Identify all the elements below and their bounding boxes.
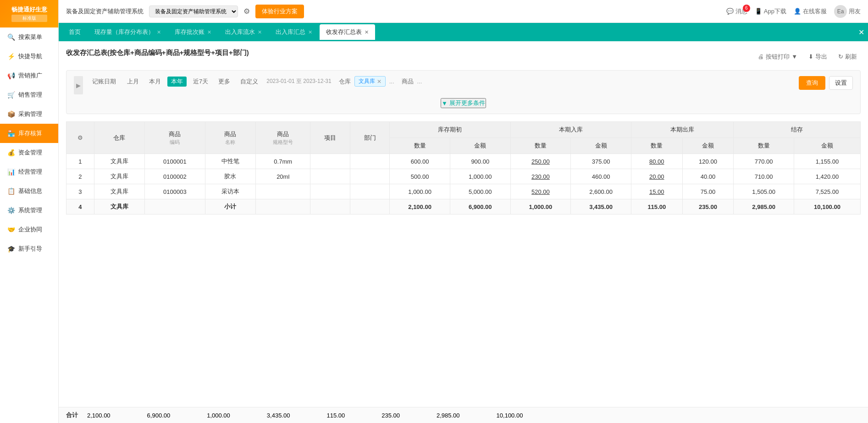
tab-inout-summary-close[interactable]: ✕ bbox=[308, 29, 312, 35]
cell-dept bbox=[350, 184, 389, 199]
sidebar-item-operations[interactable]: 📊 经营管理 bbox=[0, 162, 58, 181]
date-this-year[interactable]: 本年 bbox=[167, 77, 187, 87]
cell-code: 0100002 bbox=[144, 169, 205, 184]
enterprise-icon: 🤝 bbox=[7, 226, 15, 233]
out-qty-link[interactable]: 20.00 bbox=[649, 173, 664, 180]
warehouse-more[interactable]: ... bbox=[389, 78, 394, 85]
date-more[interactable]: 更多 bbox=[215, 77, 234, 87]
cell-in-qty[interactable]: 230.00 bbox=[510, 169, 571, 184]
logo-text: 畅捷通好生意 bbox=[11, 5, 47, 14]
cell-in-qty[interactable]: 520.00 bbox=[510, 184, 571, 199]
th-name: 商品名称 bbox=[205, 122, 255, 154]
tab-inout-flow-close[interactable]: ✕ bbox=[258, 29, 262, 35]
th-opening-qty: 数量 bbox=[390, 138, 450, 154]
sidebar-item-sales[interactable]: 🛒 销售管理 bbox=[0, 85, 58, 104]
sidebar-item-finance[interactable]: 💰 资金管理 bbox=[0, 143, 58, 162]
experience-btn[interactable]: 体验行业方案 bbox=[255, 5, 304, 18]
sidebar-item-inventory[interactable]: 🏪 库存核算 bbox=[0, 124, 58, 143]
total-out-amt: 235.00 bbox=[381, 412, 400, 419]
sidebar-item-enterprise[interactable]: 🤝 企业协同 bbox=[0, 220, 58, 239]
warehouse-filter: 仓库 文具库 ✕ ... bbox=[339, 76, 394, 87]
cell-project bbox=[310, 169, 350, 184]
cell-spec: 0.7mm bbox=[255, 154, 310, 169]
tab-stock-dist-close[interactable]: ✕ bbox=[157, 29, 161, 35]
tab-batch-close[interactable]: ✕ bbox=[207, 29, 211, 35]
sidebar-item-marketing[interactable]: 📢 营销推广 bbox=[0, 66, 58, 85]
sidebar-item-guide[interactable]: 🎓 新手引导 bbox=[0, 239, 58, 258]
cell-opening-amt: 900.00 bbox=[450, 154, 510, 169]
close-all-tabs[interactable]: ✕ bbox=[858, 28, 864, 37]
print-dropdown-icon: ▼ bbox=[791, 53, 797, 60]
sidebar-label-inventory: 库存核算 bbox=[18, 129, 42, 137]
date-7days[interactable]: 近7天 bbox=[189, 77, 212, 87]
quick-nav-icon: ⚡ bbox=[7, 53, 15, 60]
th-warehouse: 仓库 bbox=[94, 122, 144, 154]
in-qty-link[interactable]: 520.00 bbox=[531, 188, 550, 195]
cell-code bbox=[144, 199, 205, 214]
sidebar-item-search[interactable]: 🔍 搜索菜单 bbox=[0, 27, 58, 47]
cell-no: 1 bbox=[66, 154, 94, 169]
table-row: 4文具库小计2,100.006,900.001,000.003,435.0011… bbox=[66, 199, 861, 214]
th-out-qty: 数量 bbox=[631, 138, 682, 154]
th-opening-amt: 金额 bbox=[450, 138, 510, 154]
sidebar-label-system: 系统管理 bbox=[18, 206, 42, 214]
total-opening-amt: 6,900.00 bbox=[147, 412, 171, 419]
tab-stock-dist[interactable]: 现存量（库存分布表） ✕ bbox=[88, 24, 167, 40]
warehouse-tag[interactable]: 文具库 ✕ bbox=[354, 76, 386, 87]
query-btn[interactable]: 查询 bbox=[799, 76, 825, 90]
table-row: 2文具库0100002胶水20ml500.001,000.00230.00460… bbox=[66, 169, 861, 184]
in-qty-link[interactable]: 250.00 bbox=[531, 158, 550, 165]
refresh-btn[interactable]: ↻ 刷新 bbox=[835, 51, 861, 63]
tab-home[interactable]: 首页 bbox=[62, 24, 87, 40]
out-qty-link[interactable]: 80.00 bbox=[649, 158, 664, 165]
sidebar-item-purchase[interactable]: 📦 采购管理 bbox=[0, 104, 58, 124]
date-this-month[interactable]: 本月 bbox=[145, 77, 165, 87]
message-badge[interactable]: 💬 消息 6 bbox=[726, 7, 747, 16]
out-qty-link[interactable]: 15.00 bbox=[649, 188, 664, 195]
online-service[interactable]: 👤 在线客服 bbox=[794, 7, 827, 16]
export-btn[interactable]: ⬇ 导出 bbox=[805, 51, 831, 63]
settings-gear-icon[interactable]: ⚙ bbox=[243, 7, 250, 16]
cell-out-amt: 75.00 bbox=[682, 184, 734, 199]
app-download[interactable]: 📱 App下载 bbox=[755, 7, 786, 16]
collapse-btn[interactable]: ▶ bbox=[74, 76, 83, 94]
cell-warehouse: 文具库 bbox=[94, 199, 144, 214]
table-settings-icon[interactable]: ⚙ bbox=[77, 134, 83, 141]
sidebar-item-basic[interactable]: 📋 基础信息 bbox=[0, 181, 58, 201]
cell-opening-qty: 500.00 bbox=[390, 169, 450, 184]
tab-receive-summary-close[interactable]: ✕ bbox=[365, 29, 369, 35]
date-last-month[interactable]: 上月 bbox=[123, 77, 143, 87]
sidebar-label-sales: 销售管理 bbox=[18, 91, 42, 99]
warehouse-tag-remove[interactable]: ✕ bbox=[377, 78, 381, 85]
tab-inout-summary[interactable]: 出入库汇总 ✕ bbox=[269, 24, 319, 40]
cell-out-qty[interactable]: 80.00 bbox=[631, 154, 682, 169]
tab-receive-summary-label: 收发存汇总表 bbox=[326, 28, 362, 36]
online-service-label: 在线客服 bbox=[803, 7, 827, 16]
print-btn[interactable]: 🖨 按钮打印 ▼ bbox=[754, 51, 801, 63]
cell-out-qty[interactable]: 15.00 bbox=[631, 184, 682, 199]
system-selector[interactable]: 装备及固定资产辅助管理系统 bbox=[149, 5, 238, 17]
goods-more[interactable]: ... bbox=[417, 78, 422, 85]
cell-project bbox=[310, 199, 350, 214]
date-custom[interactable]: 自定义 bbox=[237, 77, 262, 87]
sidebar-item-system[interactable]: ⚙️ 系统管理 bbox=[0, 201, 58, 220]
tab-receive-summary[interactable]: 收发存汇总表 ✕ bbox=[320, 24, 375, 40]
in-qty-link[interactable]: 230.00 bbox=[531, 173, 550, 180]
page-title: 收发存汇总表(按仓库+商品编码+商品+规格型号+项目+部门) bbox=[66, 49, 249, 57]
sidebar-item-quick-nav[interactable]: ⚡ 快捷导航 bbox=[0, 47, 58, 66]
filter-settings-btn[interactable]: 设置 bbox=[829, 76, 853, 90]
tab-batch[interactable]: 库存批次账 ✕ bbox=[168, 24, 218, 40]
print-icon: 🖨 bbox=[758, 53, 764, 60]
cell-out-qty[interactable]: 20.00 bbox=[631, 169, 682, 184]
date-label: 记账日期 bbox=[92, 77, 116, 86]
totals-values: 2,100.00 6,900.00 1,000.00 3,435.00 115.… bbox=[87, 412, 523, 419]
app-icon: 📱 bbox=[755, 8, 762, 15]
user-menu[interactable]: Ea 用友 bbox=[834, 5, 861, 18]
cell-no: 3 bbox=[66, 184, 94, 199]
cell-in-qty[interactable]: 250.00 bbox=[510, 154, 571, 169]
expand-more-btn[interactable]: ▼ 展开更多条件 bbox=[441, 98, 486, 108]
tab-inout-flow[interactable]: 出入库流水 ✕ bbox=[219, 24, 268, 40]
cell-project bbox=[310, 154, 350, 169]
th-settings[interactable]: ⚙ bbox=[66, 122, 94, 154]
tab-home-label: 首页 bbox=[69, 28, 81, 36]
